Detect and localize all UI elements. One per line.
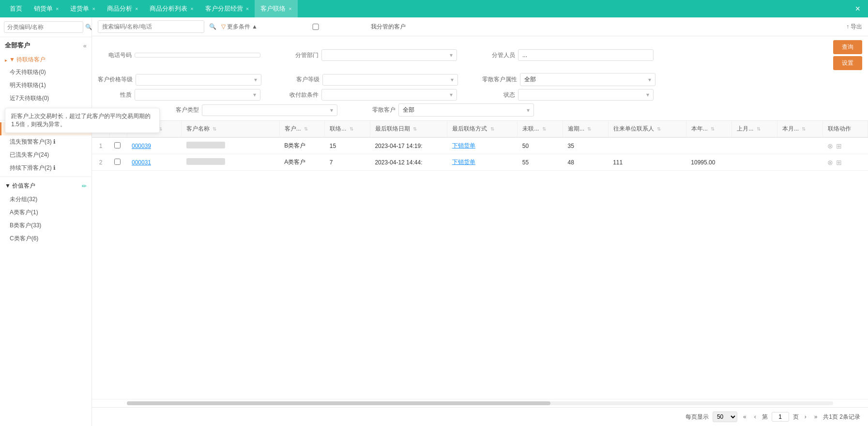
sidebar-item-tomorrow-contact[interactable]: 明天待联络(1) (0, 79, 91, 92)
sort-year-icon: ⇅ (711, 126, 715, 132)
window-close-icon[interactable]: × (851, 4, 864, 14)
nav-product-analysis-list[interactable]: 商品分析列表 × (144, 0, 199, 17)
filter-row-2: 客户价格等级 客户等级 零散客户属性 全部 (98, 73, 862, 86)
col-category[interactable]: 客户... ⇅ (279, 121, 325, 137)
h-scrollbar-thumb[interactable] (127, 401, 550, 405)
nav-purchase-order[interactable]: 进货单 × (64, 0, 101, 17)
status-label: 状态 (481, 91, 515, 99)
nav-home[interactable]: 首页 (4, 0, 28, 17)
sort-unit-icon: ⇅ (657, 126, 661, 132)
col-name[interactable]: 客户名称 ⇅ (182, 121, 280, 137)
sidebar-item-churned[interactable]: 已流失客户(24) (0, 148, 91, 162)
data-table-container: ⚙ 客户编码 ⇅ 客户名称 ⇅ 客户... ⇅ 联络... ⇅ 最后联络日期 ⇅… (92, 121, 868, 399)
sidebar-search-area: 🔍 (0, 17, 91, 37)
sidebar-item-declining[interactable]: 持续下滑客户(2) ℹ (0, 162, 91, 175)
sidebar-item-ungrouped[interactable]: 未分组(32) (0, 193, 91, 206)
nav-customer-contact[interactable]: 客户联络 × (255, 0, 297, 17)
close-purchase-order-icon[interactable]: × (92, 6, 95, 12)
close-customer-contact-icon[interactable]: × (289, 6, 291, 12)
nav-customer-segmentation[interactable]: 客户分层经营 × (199, 0, 255, 17)
retail-customer-dropdown[interactable]: 全部 (398, 103, 534, 117)
retail-attr-label: 零散客户属性 (482, 75, 517, 84)
my-customer-checkbox-area[interactable]: 我分管的客户 (262, 23, 406, 31)
sidebar-item-today-contact[interactable]: 今天待联络(0) (0, 66, 91, 79)
row-2-select[interactable] (114, 159, 121, 165)
sidebar-all-customers[interactable]: 全部客户 « (0, 37, 91, 54)
customer-level-label: 客户等级 (286, 75, 320, 84)
my-customer-checkbox[interactable] (262, 24, 369, 30)
row-2-unit-contact: 111 (608, 154, 686, 171)
filter-manager: 分管人员 ... (481, 49, 654, 61)
first-page-button[interactable]: « (741, 412, 748, 421)
sidebar-search-icon[interactable]: 🔍 (85, 24, 92, 30)
total-records-label: 共1页 2条记录 (823, 413, 860, 421)
all-customers-label: 全部客户 (5, 41, 30, 50)
col-last-month[interactable]: 上月... ⇅ (732, 121, 777, 137)
dept-dropdown[interactable] (321, 49, 457, 61)
retail-attr-dropdown[interactable]: 全部 (520, 73, 655, 86)
price-level-dropdown[interactable] (136, 74, 261, 86)
sidebar-item-c-class[interactable]: C类客户(6) (0, 232, 91, 245)
col-overdue[interactable]: 逾期... ⇅ (563, 121, 609, 137)
row-2-uncontacted: 55 (518, 154, 563, 171)
nav-product-analysis[interactable]: 商品分析 × (101, 0, 144, 17)
per-page-select[interactable]: 50 100 200 (713, 411, 737, 422)
col-last-contact-method[interactable]: 最后联络方式 ⇅ (447, 121, 518, 137)
sidebar-section-value-customer[interactable]: ▼ 价值客户 ✏ (0, 179, 91, 193)
sidebar-section-pending-contact[interactable]: ▼ 待联络客户 (0, 54, 91, 66)
col-this-month[interactable]: 本月... ⇅ (777, 121, 823, 137)
sidebar-collapse-icon[interactable]: « (83, 42, 87, 49)
row-2-link-icon[interactable]: ⊗ (827, 159, 833, 166)
sidebar-item-a-class[interactable]: A类客户(1) (0, 206, 91, 219)
customer-type-label: 客户类型 (165, 106, 199, 114)
phone-input[interactable] (135, 53, 260, 58)
customer-type-dropdown[interactable] (202, 104, 337, 116)
col-uncontacted[interactable]: 未联... ⇅ (518, 121, 563, 137)
close-product-analysis-icon[interactable]: × (135, 6, 138, 12)
nav-sales-order[interactable]: 销货单 × (28, 0, 64, 17)
col-contact[interactable]: 联络... ⇅ (325, 121, 370, 137)
row-1-this-month (777, 137, 823, 154)
close-customer-segmentation-icon[interactable]: × (246, 6, 249, 12)
row-2-name[interactable] (182, 154, 280, 171)
nature-dropdown[interactable] (135, 89, 260, 101)
h-scrollbar[interactable] (127, 401, 833, 405)
sidebar-item-7day-contact[interactable]: 近7天待联络(0) (0, 92, 91, 105)
close-product-analysis-list-icon[interactable]: × (190, 6, 193, 12)
divider-2 (0, 176, 91, 177)
row-1-link-icon[interactable]: ⊗ (827, 142, 833, 150)
search-input[interactable] (98, 20, 204, 33)
col-unit-contact[interactable]: 往来单位联系人 ⇅ (608, 121, 686, 137)
sidebar-item-b-class[interactable]: B类客户(33) (0, 219, 91, 232)
row-1-grid-icon[interactable]: ⊞ (836, 142, 842, 150)
retail-customer-label: 零散客户 (362, 106, 396, 114)
payment-dropdown[interactable] (321, 89, 457, 101)
next-page-button[interactable]: › (803, 412, 808, 421)
page-number-input[interactable] (772, 412, 789, 422)
edit-icon[interactable]: ✏ (82, 183, 87, 190)
export-button[interactable]: ↑ 导出 (846, 23, 862, 31)
row-1-select[interactable] (114, 142, 121, 148)
row-2-code[interactable]: 000031 (127, 154, 182, 171)
page-suffix-label: 页 (793, 413, 799, 421)
search-icon[interactable]: 🔍 (209, 23, 216, 30)
row-1-code[interactable]: 000039 (127, 137, 182, 154)
close-sales-order-icon[interactable]: × (56, 6, 59, 12)
more-conditions-button[interactable]: ▽ 更多条件 ▲ (221, 23, 258, 31)
setting-button[interactable]: 设置 (833, 56, 862, 70)
sidebar-item-churn-warning[interactable]: 流失预警客户(3) ℹ (0, 135, 91, 148)
row-1-name[interactable] (182, 137, 280, 154)
row-1-method[interactable]: 下销货单 (447, 137, 518, 154)
sidebar-search-input[interactable] (4, 21, 83, 33)
customer-level-dropdown[interactable] (322, 74, 458, 86)
last-page-button[interactable]: » (812, 412, 820, 421)
manager-input[interactable]: ... (518, 49, 654, 61)
status-dropdown[interactable] (518, 89, 654, 101)
col-last-contact-date[interactable]: 最后联络日期 ⇅ (370, 121, 447, 137)
customer-type-chevron-icon (330, 107, 333, 114)
row-2-method[interactable]: 下销货单 (447, 154, 518, 171)
query-button[interactable]: 查询 (833, 40, 862, 54)
col-this-year[interactable]: 本年... ⇅ (686, 121, 732, 137)
row-2-grid-icon[interactable]: ⊞ (836, 159, 842, 166)
prev-page-button[interactable]: ‹ (752, 412, 758, 421)
